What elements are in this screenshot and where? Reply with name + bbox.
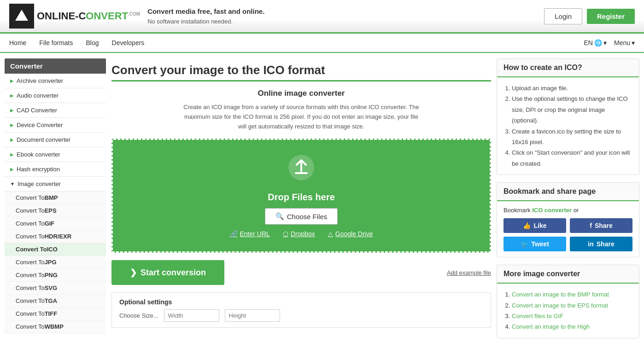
language-selector[interactable]: EN 🌐 ▾	[584, 39, 607, 46]
bookmark-text: Bookmark ICO converter or	[503, 207, 632, 214]
sidebar-subitem-hdrexr[interactable]: Convert To HDR/EXR	[5, 230, 106, 243]
right-panel: How to create an ICO? Upload an image fi…	[497, 58, 639, 346]
google-drive-link[interactable]: △ Google Drive	[328, 230, 373, 238]
list-item: Convert an image to the EPS format	[512, 300, 632, 311]
how-to-body: Upload an image file. Use the optional s…	[497, 77, 639, 174]
settings-placeholder: Choose Size...	[119, 312, 158, 319]
sidebar-subitem-png[interactable]: Convert To PNG	[5, 269, 106, 282]
converter-subtitle: Online image converter	[111, 89, 491, 98]
facebook-share-button[interactable]: f Share	[570, 218, 632, 233]
logo-text: ONLINE-CONVERT.COM	[37, 10, 140, 22]
more-item-bmp[interactable]: Convert an image to the BMP format	[512, 291, 609, 298]
sidebar-subitem-svg[interactable]: Convert To SVG	[5, 282, 106, 295]
svg-rect-2	[295, 172, 308, 174]
more-item-high[interactable]: Convert an image to the High	[512, 323, 590, 330]
nav-home[interactable]: Home	[9, 33, 26, 52]
tagline: Convert media free, fast and online. No …	[147, 6, 264, 26]
size-input[interactable]	[164, 309, 219, 322]
sidebar-subitem-eps[interactable]: Convert To EPS	[5, 204, 106, 217]
nav-developers[interactable]: Developers	[112, 33, 145, 52]
thumbsup-icon: 👍	[523, 222, 531, 229]
height-input[interactable]	[225, 309, 280, 322]
sidebar-item-audio-converter[interactable]: ▶ Audio converter	[5, 88, 106, 103]
sidebar-subitem-ico[interactable]: Convert To ICO	[5, 243, 106, 256]
list-item: Convert an image to the High	[512, 321, 632, 332]
chevron-down-icon: ▾	[632, 39, 635, 46]
arrow-icon: ▶	[10, 152, 14, 157]
linkedin-share-button[interactable]: in Share	[570, 237, 632, 251]
twitter-tweet-button[interactable]: 🐦 Tweet	[503, 237, 566, 251]
search-icon: 🔍	[275, 212, 284, 221]
title-divider	[111, 80, 491, 81]
main-content: Convert your image to the ICO format Onl…	[111, 58, 491, 346]
start-conversion-button[interactable]: ❯ Start conversion	[111, 260, 224, 285]
google-drive-icon: △	[328, 230, 333, 238]
enter-url-link[interactable]: 🔗 Enter URL	[230, 230, 270, 238]
register-button[interactable]: Register	[587, 9, 635, 24]
sidebar-item-ebook-converter[interactable]: ▶ Ebook converter	[5, 147, 106, 162]
facebook-icon: f	[590, 222, 592, 229]
arrow-icon: ▶	[10, 137, 14, 142]
how-to-step-1: Upload an image file.	[512, 83, 632, 93]
header: ONLINE-CONVERT.COM Convert media free, f…	[0, 0, 644, 34]
bookmark-title: Bookmark and share page	[497, 183, 639, 201]
drop-text: Drop Files here	[268, 192, 335, 203]
how-to-step-2: Use the optional settings to change the …	[512, 93, 632, 126]
more-item-eps[interactable]: Convert an image to the EPS format	[512, 302, 608, 309]
like-button[interactable]: 👍 Like	[503, 218, 566, 233]
sidebar-item-device-converter[interactable]: ▶ Device Converter	[5, 118, 106, 133]
social-share-grid: 👍 Like f Share 🐦 Tweet in Share	[503, 218, 632, 251]
how-to-title: How to create an ICO?	[497, 59, 639, 77]
sidebar-subitem-gif[interactable]: Convert To GIF	[5, 217, 106, 230]
sidebar-subitem-tiff[interactable]: Convert To TIFF	[5, 308, 106, 320]
sidebar-subitem-jpg[interactable]: Convert To JPG	[5, 256, 106, 269]
arrow-icon: ▶	[10, 93, 14, 98]
login-button[interactable]: Login	[544, 8, 582, 24]
linkedin-icon: in	[588, 240, 593, 248]
conversion-actions: ❯ Start conversion Add example file	[111, 260, 491, 285]
sidebar-item-archive-converter[interactable]: ▶ Archive converter	[5, 74, 106, 88]
more-converters-body: Convert an image to the BMP format Conve…	[497, 284, 639, 338]
how-to-list: Upload an image file. Use the optional s…	[503, 83, 632, 169]
bookmark-body: Bookmark ICO converter or 👍 Like f Share…	[497, 201, 639, 257]
how-to-panel: How to create an ICO? Upload an image fi…	[497, 58, 639, 175]
list-item: Convert an image to the BMP format	[512, 289, 632, 300]
how-to-step-3: Create a favicon.ico by setting the size…	[512, 126, 632, 148]
header-left: ONLINE-CONVERT.COM Convert media free, f…	[9, 4, 264, 29]
tagline-sub: No software installation needed.	[147, 18, 233, 25]
ico-converter-link[interactable]: ICO converter	[532, 207, 572, 214]
menu-dropdown[interactable]: Menu ▾	[614, 39, 635, 46]
sidebar-item-hash-encryption[interactable]: ▶ Hash encryption	[5, 162, 106, 177]
upload-icon	[287, 154, 315, 186]
dropbox-icon: ⬡	[283, 230, 288, 238]
bookmark-panel: Bookmark and share page Bookmark ICO con…	[497, 182, 639, 257]
nav-file-formats[interactable]: File formats	[39, 33, 73, 52]
logo-com: .COM	[128, 12, 140, 17]
sidebar-subitem-bmp[interactable]: Convert To BMP	[5, 192, 106, 204]
arrow-icon: ▶	[10, 167, 14, 172]
globe-icon: 🌐	[594, 39, 602, 46]
optional-settings: Optional settings Choose Size...	[111, 292, 491, 328]
list-item: Convert files to GIF	[512, 311, 632, 321]
sidebar-subitem-wbmp[interactable]: Convert To WBMP	[5, 320, 106, 333]
logo[interactable]: ONLINE-CONVERT.COM	[9, 4, 140, 29]
nav-blog[interactable]: Blog	[86, 33, 99, 52]
page-title: Convert your image to the ICO format	[111, 58, 491, 80]
more-item-gif[interactable]: Convert files to GIF	[512, 313, 563, 319]
header-right: Login Register	[544, 8, 635, 24]
svg-marker-0	[15, 10, 28, 21]
chevron-right-icon: ❯	[130, 267, 137, 278]
add-example-link[interactable]: Add example file	[447, 269, 491, 276]
main-layout: Converter ▶ Archive converter ▶ Audio co…	[0, 53, 644, 351]
dropbox-link[interactable]: ⬡ Dropbox	[283, 230, 315, 238]
sidebar-item-cad-converter[interactable]: ▶ CAD Converter	[5, 103, 106, 118]
choose-files-button[interactable]: 🔍 Choose Files	[265, 208, 338, 225]
drop-zone[interactable]: Drop Files here 🔍 Choose Files 🔗 Enter U…	[111, 139, 491, 253]
sidebar-item-image-converter[interactable]: ▼ Image converter	[5, 177, 106, 192]
arrow-icon: ▶	[10, 78, 14, 83]
optional-settings-title: Optional settings	[119, 298, 483, 306]
arrow-down-icon: ▼	[10, 181, 15, 186]
sidebar-subitem-tga[interactable]: Convert To TGA	[5, 295, 106, 308]
sidebar-item-document-converter[interactable]: ▶ Document converter	[5, 133, 106, 147]
logo-icon	[9, 4, 34, 29]
